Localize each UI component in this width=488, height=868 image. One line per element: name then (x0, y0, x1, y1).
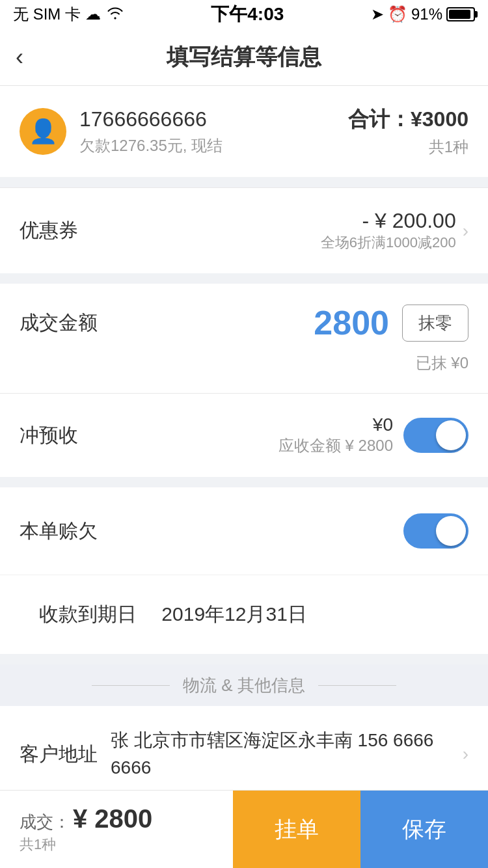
debt-toggle-knob (436, 516, 466, 546)
back-button[interactable]: ‹ (16, 44, 23, 71)
prepayment-label: 冲预收 (20, 422, 78, 449)
status-time: 下午4:03 (211, 2, 284, 27)
save-button[interactable]: 保存 (360, 791, 488, 869)
prepayment-right: ¥0 应收金额 ¥ 2800 (278, 414, 468, 456)
due-date-label: 收款到期日 (39, 603, 137, 625)
amount-row: 成交金额 2800 抹零 (20, 303, 468, 342)
wifi-icon (106, 5, 124, 23)
battery-percent: 91% (411, 5, 442, 23)
address-label: 客户地址 (20, 741, 98, 768)
nav-bar: ‹ 填写结算等信息 (0, 29, 488, 86)
battery-icon (446, 7, 475, 21)
alarm-icon: ⏰ (388, 5, 407, 23)
customer-right: 合计：¥3000 共1种 (348, 105, 468, 157)
logistics-label: 物流 & 其他信息 (92, 674, 396, 697)
content-area: 👤 17666666666 欠款1276.35元, 现结 合计：¥3000 共1… (0, 86, 488, 868)
amount-label: 成交金额 (20, 310, 98, 336)
debt-toggle[interactable] (403, 513, 468, 549)
coupon-sub: 全场6折满1000减200 (321, 233, 456, 252)
toggle-knob (436, 420, 466, 450)
address-chevron-icon: › (463, 744, 468, 765)
prepayment-row: 冲预收 ¥0 应收金额 ¥ 2800 (0, 394, 488, 477)
sim-label: 无 SIM 卡 ☁ (13, 4, 101, 25)
location-icon: ➤ (371, 5, 384, 23)
section-gap-2 (0, 477, 488, 487)
chevron-right-icon: › (463, 221, 468, 241)
section-gap-3 (0, 654, 488, 664)
amount-right: 2800 抹零 (314, 303, 468, 342)
amount-value: 2800 (314, 303, 389, 342)
round-button[interactable]: 抹零 (402, 305, 468, 342)
debt-label: 本单赊欠 (20, 518, 98, 545)
total-count: 共1种 (348, 137, 468, 157)
amount-card: 成交金额 2800 抹零 已抹 ¥0 (0, 284, 488, 393)
prepayment-left: 冲预收 (20, 422, 78, 449)
summary-count: 共1种 (20, 835, 213, 854)
total-value: 合计：¥3000 (348, 105, 468, 134)
customer-card: 👤 17666666666 欠款1276.35元, 现结 合计：¥3000 共1… (0, 86, 488, 177)
due-date-value: 2019年12月31日 (161, 603, 306, 625)
prepayment-toggle[interactable] (403, 418, 468, 453)
coupon-value: - ¥ 200.00 (321, 209, 456, 233)
status-bar: 无 SIM 卡 ☁ 下午4:03 ➤ ⏰ 91% (0, 0, 488, 29)
status-left: 无 SIM 卡 ☁ (13, 4, 124, 25)
customer-phone: 17666666666 (79, 107, 223, 131)
bottom-summary: 成交： ¥ 2800 共1种 (0, 804, 233, 854)
customer-sub: 欠款1276.35元, 现结 (79, 135, 223, 156)
amount-sub: 已抹 ¥0 (20, 353, 468, 373)
coupon-right: - ¥ 200.00 全场6折满1000减200 › (321, 209, 468, 252)
due-date-row: 收款到期日 2019年12月31日 (0, 575, 488, 654)
customer-info: 17666666666 欠款1276.35元, 现结 (79, 107, 223, 156)
summary-value: ¥ 2800 (73, 804, 152, 834)
summary-label: 成交： (20, 811, 70, 834)
customer-row: 👤 17666666666 欠款1276.35元, 现结 合计：¥3000 共1… (20, 105, 468, 157)
debt-row: 本单赊欠 (0, 487, 488, 575)
prepayment-sub: 应收金额 ¥ 2800 (278, 435, 393, 456)
address-row[interactable]: 客户地址 张 北京市市辖区海淀区永丰南 156 6666 6666 › (0, 706, 488, 802)
page-title: 填写结算等信息 (167, 42, 321, 72)
status-right: ➤ ⏰ 91% (371, 5, 475, 23)
address-value: 张 北京市市辖区海淀区永丰南 156 6666 6666 (111, 727, 463, 781)
avatar: 👤 (20, 108, 66, 155)
section-gap-1 (0, 273, 488, 284)
prepayment-amount: ¥0 (278, 414, 393, 435)
bottom-bar: 成交： ¥ 2800 共1种 挂单 保存 (0, 790, 488, 868)
pending-button[interactable]: 挂单 (233, 791, 360, 869)
user-icon: 👤 (29, 118, 58, 145)
logistics-separator: 物流 & 其他信息 (0, 664, 488, 706)
coupon-row[interactable]: 优惠券 - ¥ 200.00 全场6折满1000减200 › (0, 188, 488, 273)
coupon-label: 优惠券 (20, 217, 78, 244)
customer-left: 👤 17666666666 欠款1276.35元, 现结 (20, 107, 223, 156)
